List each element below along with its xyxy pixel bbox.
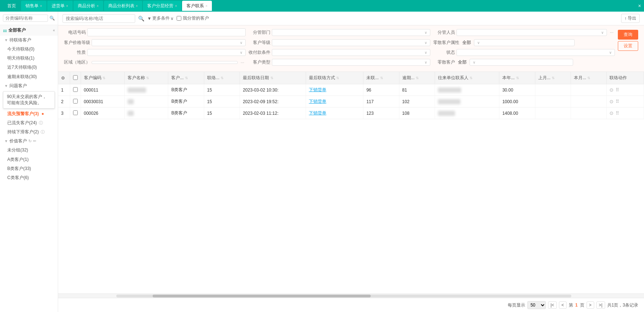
prev-page-button[interactable]: < [559, 301, 567, 309]
action-more-icon-0[interactable]: ⠿ [616, 87, 619, 93]
sidebar-item-type-c[interactable]: C类客户(6) [0, 173, 58, 182]
sidebar-search-input[interactable] [3, 15, 48, 22]
col-last-date[interactable]: 最后联络日期 ⇅ [240, 72, 306, 84]
tab-customer-contact[interactable]: 客户联系 × [182, 1, 212, 11]
action-contact-icon-1[interactable]: ⊙ [609, 99, 613, 104]
close-product-list-icon[interactable]: × [136, 4, 138, 8]
payment-select[interactable]: ∨ [272, 49, 430, 56]
sidebar-item-today-pending[interactable]: 今天待联络(0) [0, 45, 58, 54]
export-button[interactable]: ↑ 导出 [621, 14, 640, 23]
first-page-button[interactable]: |< [548, 301, 557, 309]
col-overdue[interactable]: 逾期... ⇅ [399, 72, 435, 84]
tab-product-list-label: 商品分析列表 [108, 3, 134, 9]
row-checkbox-0[interactable] [73, 87, 78, 92]
tab-home[interactable]: 首页 [3, 1, 20, 11]
col-contact-person[interactable]: 往来单位联系人 ⇅ [435, 72, 499, 84]
search-button[interactable]: 🔍 [138, 16, 144, 21]
col-this-month[interactable]: 本月... ⇅ [571, 72, 606, 84]
person-select[interactable]: ∨ [456, 29, 607, 36]
my-customers-checkbox[interactable] [177, 16, 181, 21]
settings-button[interactable]: 设置 [618, 41, 638, 51]
nature-select[interactable]: ∨ [87, 49, 246, 56]
row-checkbox-2[interactable] [73, 110, 78, 115]
scrollbar-thumb[interactable] [153, 295, 371, 297]
col-this-year[interactable]: 本年... ⇅ [499, 72, 535, 84]
close-product-analysis-icon[interactable]: × [97, 4, 99, 8]
sidebar-item-churn-warning[interactable]: 流失预警客户(3) ● [0, 109, 58, 118]
person-more-dots[interactable]: ··· [608, 30, 615, 35]
customer-level-select[interactable]: ∨ [272, 39, 430, 46]
more-conditions-button[interactable]: ▼ 更多条件 ∨ [147, 15, 174, 21]
edit-icon[interactable]: ✏ [33, 139, 36, 143]
col-no-contact[interactable]: 未联... ⇅ [363, 72, 399, 84]
price-level-select[interactable]: ∨ [92, 39, 246, 46]
table-row: 3 000026 ██ B类客户 15 2023-02-03 11:12: 下销… [58, 108, 644, 119]
cell-method-2[interactable]: 下销货单 [306, 108, 363, 119]
all-customers-section[interactable]: ⚏ 全部客户 « [0, 25, 58, 36]
sidebar-group-value[interactable]: ▼ 价值客户 ↻ ✏ [0, 137, 58, 146]
filter-row-2: 客户价格等级 ∨ 客户等级 ∨ [64, 39, 615, 46]
cell-method-1[interactable]: 下销货单 [306, 96, 363, 108]
customer-type-select[interactable]: ∨ [272, 59, 430, 66]
sidebar-item-tomorrow-pending[interactable]: 明天待联络(1) [0, 54, 58, 63]
sidebar-item-type-b[interactable]: B类客户(33) [0, 164, 58, 173]
row-checkbox-1[interactable] [73, 99, 78, 104]
sidebar-group-pending[interactable]: ▼ 待联络客户 [0, 36, 58, 45]
tab-sales[interactable]: 销售单 × [21, 1, 47, 11]
sidebar-item-ungrouped[interactable]: 未分组(32) [0, 146, 58, 155]
col-contact[interactable]: 联络... ⇅ [204, 72, 240, 84]
phone-input[interactable] [87, 28, 246, 36]
col-last-month[interactable]: 上月... ⇅ [535, 72, 571, 84]
tab-product-list[interactable]: 商品分析列表 × [104, 1, 142, 11]
region-more-dots[interactable]: ··· [239, 60, 246, 65]
sidebar-item-overdue[interactable]: 逾期未联络(30) [0, 72, 58, 81]
tab-customer-tier[interactable]: 客户分层经营 × [143, 1, 181, 11]
cell-checkbox-1[interactable] [70, 96, 81, 108]
close-all-button[interactable]: × [638, 3, 641, 9]
col-last-method[interactable]: 最后联络方式 ⇅ [306, 72, 363, 84]
col-code[interactable]: 客户编码 ⇅ [81, 72, 124, 84]
scrollbar-area[interactable] [58, 293, 644, 298]
region-select[interactable] [92, 61, 238, 64]
retail-attr-select[interactable]: ∨ [474, 39, 575, 46]
col-checkbox[interactable] [70, 72, 81, 84]
cell-checkbox-0[interactable] [70, 84, 81, 96]
method-link-1[interactable]: 下销货单 [309, 99, 326, 104]
col-name[interactable]: 客户名称 ⇅ [124, 72, 168, 84]
sidebar-item-week-pending[interactable]: 近7天待联络(0) [0, 63, 58, 72]
status-select[interactable]: ∨ [456, 49, 615, 56]
page-size-select[interactable]: 50 100 200 [527, 301, 546, 309]
next-page-button[interactable]: > [587, 301, 594, 309]
close-customer-contact-icon[interactable]: × [205, 4, 208, 8]
retail-select[interactable]: ∨ [470, 59, 573, 66]
tab-product-analysis[interactable]: 商品分析 × [73, 1, 103, 11]
col-type[interactable]: 客户... ⇅ [168, 72, 204, 84]
action-contact-icon-0[interactable]: ⊙ [609, 87, 613, 93]
search-input[interactable] [63, 14, 135, 23]
collapse-icon[interactable]: « [53, 28, 55, 32]
sidebar-item-churned[interactable]: 已流失客户(24) ⓘ [0, 118, 58, 127]
tab-purchase[interactable]: 进货单 × [47, 1, 73, 11]
sidebar-item-declining[interactable]: 持续下滑客户(2) ⓘ [0, 127, 58, 137]
method-link-0[interactable]: 下销货单 [309, 87, 326, 92]
close-purchase-icon[interactable]: × [66, 4, 68, 8]
dept-select[interactable]: ∨ [272, 29, 430, 36]
select-all-checkbox[interactable] [73, 75, 78, 80]
payment-chevron-icon: ∨ [424, 50, 427, 54]
cell-method-0[interactable]: 下销货单 [306, 84, 363, 96]
action-more-icon-1[interactable]: ⠿ [616, 99, 619, 104]
col-settings[interactable]: ⚙ [58, 72, 70, 84]
sidebar-item-type-a[interactable]: A类客户(1) [0, 155, 58, 164]
close-sales-icon[interactable]: × [40, 4, 42, 8]
sidebar-group-problem[interactable]: ▼ 问题客户 [0, 81, 58, 90]
query-button[interactable]: 查询 [618, 30, 638, 40]
last-page-button[interactable]: >| [596, 301, 605, 309]
sidebar-search-icon[interactable]: 🔍 [49, 16, 55, 21]
method-link-2[interactable]: 下销货单 [309, 110, 326, 116]
close-customer-tier-icon[interactable]: × [175, 4, 177, 8]
action-more-icon-2[interactable]: ⠿ [616, 110, 619, 116]
my-customers-checkbox-label[interactable]: 我分管的客户 [177, 15, 209, 21]
cell-checkbox-2[interactable] [70, 108, 81, 119]
action-contact-icon-2[interactable]: ⊙ [609, 110, 613, 116]
refresh-icon[interactable]: ↻ [28, 139, 32, 143]
